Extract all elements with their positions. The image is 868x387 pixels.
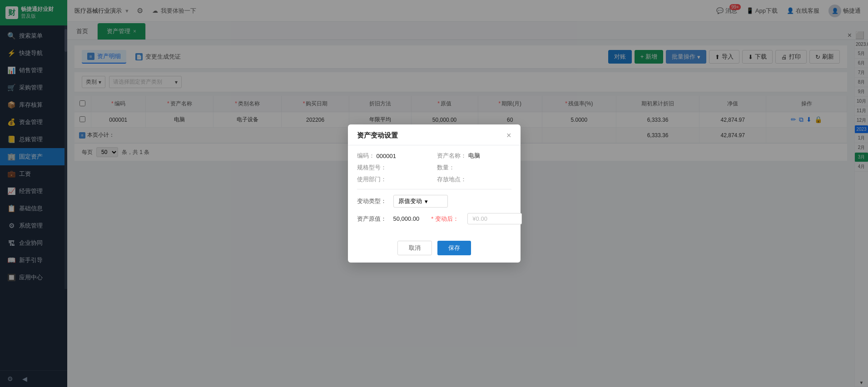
- asset-change-dialog: 资产变动设置 × 编码： 000001 资产名称： 电脑 规格型号： 数量：: [348, 124, 521, 263]
- after-change-label: * 变动后：: [431, 215, 463, 223]
- info-asset-name: 资产名称： 电脑: [437, 152, 511, 160]
- dialog-footer: 取消 保存: [348, 236, 521, 263]
- asset-value-label: 资产原值：: [357, 215, 389, 223]
- dialog-header: 资产变动设置 ×: [348, 124, 521, 145]
- dialog-overlay: 资产变动设置 × 编码： 000001 资产名称： 电脑 规格型号： 数量：: [0, 0, 868, 387]
- save-button[interactable]: 保存: [437, 241, 471, 255]
- cancel-button[interactable]: 取消: [397, 241, 432, 255]
- code-label: 编码：: [357, 152, 375, 160]
- change-type-row: 变动类型： 原值变动 ▾: [357, 195, 511, 208]
- asset-value: 50,000.00: [393, 215, 420, 222]
- location-label: 存放地点：: [437, 175, 466, 184]
- dialog-info-grid: 编码： 000001 资产名称： 电脑 规格型号： 数量： 使用部门：: [357, 152, 511, 189]
- info-quantity: 数量：: [437, 164, 511, 172]
- info-code: 编码： 000001: [357, 152, 432, 160]
- dialog-body: 编码： 000001 资产名称： 电脑 规格型号： 数量： 使用部门：: [348, 145, 521, 236]
- change-type-value: 原值变动: [398, 197, 422, 205]
- info-spec: 规格型号：: [357, 164, 432, 172]
- change-type-arrow: ▾: [425, 198, 428, 205]
- dept-label: 使用部门：: [357, 175, 387, 184]
- asset-name-value: 电脑: [468, 152, 480, 160]
- after-change-input[interactable]: [467, 213, 522, 224]
- dialog-close-button[interactable]: ×: [506, 131, 511, 140]
- asset-name-label: 资产名称：: [437, 152, 466, 160]
- code-value: 000001: [377, 153, 396, 159]
- info-dept: 使用部门：: [357, 175, 432, 184]
- asset-value-row: 资产原值： 50,000.00 * 变动后：: [357, 213, 511, 224]
- change-type-select[interactable]: 原值变动 ▾: [393, 195, 448, 208]
- dialog-title: 资产变动设置: [357, 131, 398, 140]
- quantity-label: 数量：: [437, 164, 455, 172]
- change-type-label: 变动类型：: [357, 197, 389, 205]
- info-location: 存放地点：: [437, 175, 511, 184]
- spec-label: 规格型号：: [357, 164, 387, 172]
